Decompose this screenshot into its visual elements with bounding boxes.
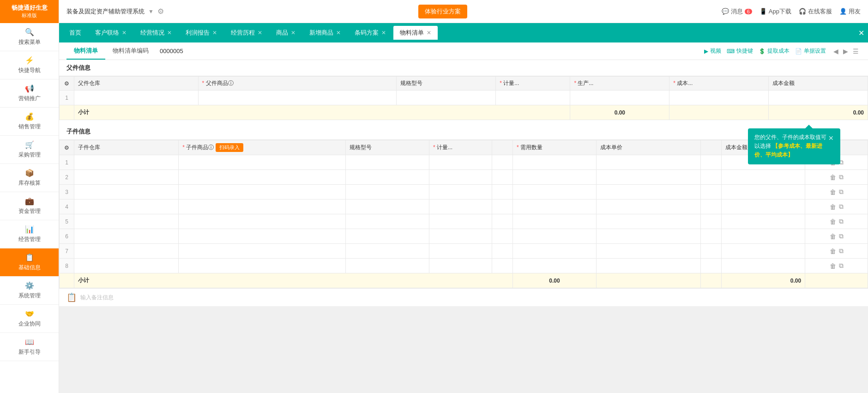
nav-tab-close-4[interactable]: ✕ [258,30,262,36]
child-cell-product-2[interactable] [179,170,346,185]
child-cell-unit-5[interactable] [429,214,492,229]
nav-tab-2[interactable]: 经营情况✕ [134,26,178,40]
child-cell-qty-6[interactable] [512,229,596,244]
child-cell-unit-cost-5[interactable] [596,214,700,229]
child-cell-warehouse-5[interactable] [74,214,179,229]
nav-tab-5[interactable]: 商品✕ [270,26,302,40]
sidebar-item-0[interactable]: 🔍搜索菜单 [0,23,59,51]
child-cell-product-3[interactable] [179,185,346,200]
bottom-hint[interactable]: 输入备注信息 [80,294,114,302]
child-cell-product-1[interactable] [179,155,346,170]
copy-icon-4[interactable]: ⧉ [839,203,844,211]
child-cell-qty-7[interactable] [512,244,596,259]
child-cell-warehouse-6[interactable] [74,229,179,244]
try-button[interactable]: 体验行业方案 [418,5,467,18]
parent-cell-spec-1[interactable] [397,91,496,105]
view-action[interactable]: ▶ 视频 [704,47,721,55]
online-service-item[interactable]: 🎧 在线客服 [799,7,832,16]
sidebar-item-10[interactable]: 🤝企业协同 [0,305,59,333]
child-cell-qty-8[interactable] [512,259,596,273]
nav-tab-close-5[interactable]: ✕ [291,30,295,36]
app-download-item[interactable]: 📱 App下载 [760,7,791,16]
child-cell-unit-cost-8[interactable] [596,259,700,273]
child-cell-unit-6[interactable] [429,229,492,244]
sidebar-item-2[interactable]: 📢营销推广 [0,79,59,108]
child-col-settings[interactable]: ⚙ [60,140,74,155]
sidebar-item-4[interactable]: 🛒采购管理 [0,136,59,164]
parent-cell-product-1[interactable] [198,91,397,105]
sidebar-item-6[interactable]: 💼资金管理 [0,192,59,220]
child-cell-warehouse-1[interactable] [74,155,179,170]
nav-tab-close-6[interactable]: ✕ [336,30,341,36]
sidebar-item-1[interactable]: ⚡快捷导航 [0,51,59,79]
nav-tab-close-1[interactable]: ✕ [122,30,127,36]
child-cell-qty-5[interactable] [512,214,596,229]
delete-icon-6[interactable]: 🗑 [830,233,836,240]
child-cell-unit-1[interactable] [429,155,492,170]
nav-tab-close-7[interactable]: ✕ [381,30,386,36]
nav-tab-0[interactable]: 首页 [63,26,88,40]
child-cell-spec-6[interactable] [346,229,429,244]
nav-tab-close-2[interactable]: ✕ [167,30,172,36]
message-item[interactable]: 💬 消息 6 [722,7,752,16]
child-cell-spec-8[interactable] [346,259,429,273]
copy-icon-3[interactable]: ⧉ [839,188,844,196]
child-cell-unit-cost-6[interactable] [596,229,700,244]
copy-icon-6[interactable]: ⧉ [839,232,844,240]
system-dropdown-icon[interactable]: ▼ [148,8,154,15]
child-cell-spec-2[interactable] [346,170,429,185]
close-all-tabs-icon[interactable]: ✕ [858,29,864,37]
child-cell-qty-3[interactable] [512,185,596,200]
tooltip-close-icon[interactable]: ✕ [828,133,834,143]
child-cell-spec-5[interactable] [346,214,429,229]
child-cell-product-8[interactable] [179,259,346,273]
delete-icon-4[interactable]: 🗑 [830,203,836,211]
parent-cell-cost-1[interactable] [669,91,769,105]
nav-tab-6[interactable]: 新增商品✕ [303,26,347,40]
sidebar-item-5[interactable]: 📦库存核算 [0,164,59,192]
child-cell-qty-1[interactable] [512,155,596,170]
child-cell-unit-4[interactable] [429,200,492,214]
copy-icon-2[interactable]: ⧉ [839,173,844,181]
delete-icon-5[interactable]: 🗑 [830,218,836,225]
nav-tab-3[interactable]: 利润报告✕ [179,26,223,40]
delete-icon-8[interactable]: 🗑 [830,262,836,270]
child-cell-unit-2[interactable] [429,170,492,185]
nav-tab-8[interactable]: 物料清单✕ [393,26,438,40]
child-cell-qty-4[interactable] [512,200,596,214]
nav-right-icon[interactable]: ▶ [841,47,850,56]
child-cell-unit-3[interactable] [429,185,492,200]
sidebar-item-7[interactable]: 📊经营管理 [0,220,59,248]
child-cell-spec-1[interactable] [346,155,429,170]
child-cell-spec-3[interactable] [346,185,429,200]
sub-tab-material-code[interactable]: 物料清单编码 [105,43,156,60]
copy-icon-7[interactable]: ⧉ [839,247,844,255]
child-cell-warehouse-7[interactable] [74,244,179,259]
sidebar-item-8[interactable]: 📋基础信息 [0,248,59,277]
child-cell-qty-2[interactable] [512,170,596,185]
copy-icon-8[interactable]: ⧉ [839,262,844,270]
nav-tab-close-3[interactable]: ✕ [212,30,217,36]
gear-icon[interactable]: ⚙ [157,7,164,16]
child-cell-warehouse-4[interactable] [74,200,179,214]
nav-menu-icon[interactable]: ☰ [851,47,861,56]
sidebar-item-11[interactable]: 📖新手引导 [0,333,59,361]
child-cell-unit-7[interactable] [429,244,492,259]
parent-cell-unit-1[interactable] [496,91,570,105]
child-cell-unit-cost-7[interactable] [596,244,700,259]
parent-cell-warehouse-1[interactable] [74,91,199,105]
delete-icon-2[interactable]: 🗑 [830,174,836,181]
user-item[interactable]: 👤 用友 [839,7,861,16]
nav-tab-4[interactable]: 经营历程✕ [224,26,269,40]
child-cell-spec-4[interactable] [346,200,429,214]
child-cell-unit-cost-4[interactable] [596,200,700,214]
child-cell-spec-7[interactable] [346,244,429,259]
child-cell-warehouse-2[interactable] [74,170,179,185]
sidebar-item-3[interactable]: 💰销售管理 [0,108,59,136]
child-cell-unit-cost-2[interactable] [596,170,700,185]
nav-tab-1[interactable]: 客户联络✕ [89,26,133,40]
settings-action[interactable]: 📄 单据设置 [795,47,826,55]
parent-cell-prod-1[interactable] [570,91,669,105]
child-cell-warehouse-3[interactable] [74,185,179,200]
child-cell-product-7[interactable] [179,244,346,259]
